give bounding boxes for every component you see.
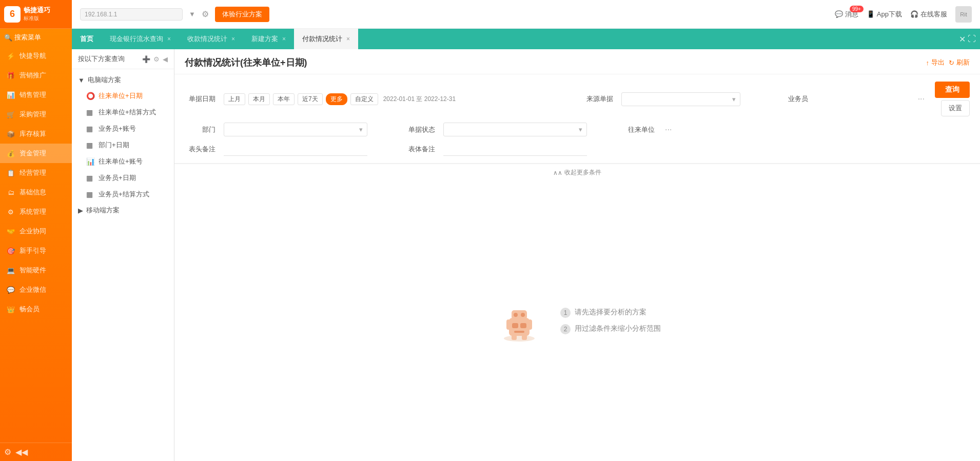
tab-cashflow-close[interactable]: × — [167, 35, 171, 43]
tab-home[interactable]: 首页 — [72, 29, 102, 49]
sidebar-item-label: 基础信息 — [19, 188, 46, 197]
sidebar-item-inventory[interactable]: 📦 库存核算 — [0, 124, 72, 144]
tip-text-2: 用过滤条件来缩小分析范围 — [575, 324, 661, 333]
date-btn-7days[interactable]: 近7天 — [298, 93, 323, 105]
tabbar: 首页 现金银行流水查询 × 收款情况统计 × 新建方案 × 付款情况统计 × ✕… — [72, 29, 980, 49]
sidebar-item-finance[interactable]: 💰 资金管理 — [0, 144, 72, 163]
message-action[interactable]: 💬 消息 99+ — [835, 10, 858, 19]
refresh-icon: ↻ — [949, 59, 954, 67]
tab-new-scheme[interactable]: 新建方案 × — [243, 29, 294, 49]
address-bar[interactable]: 192.168.1.1 — [80, 8, 183, 21]
search-icon: 🔍 — [4, 34, 12, 42]
app-download-action[interactable]: 📱 App下载 — [867, 10, 902, 19]
sidebar-item-quick-nav[interactable]: ⚡ 快捷导航 — [0, 46, 72, 66]
header-remark-input[interactable] — [224, 143, 367, 156]
scheme-icon: ▦ — [86, 108, 94, 116]
sidebar-item-label: 智能硬件 — [19, 266, 46, 275]
service-action[interactable]: 🎧 在线客服 — [910, 10, 947, 19]
sidebar-item-sales[interactable]: 📊 销售管理 — [0, 85, 72, 105]
sidebar-item-wechat[interactable]: 💬 企业微信 — [0, 280, 72, 299]
filter-row-1: 单据日期 上月 本月 本年 近7天 更多 自定义 2022-01-01 至 20… — [185, 82, 970, 116]
tree-item-staff-date[interactable]: ▦ 业务员+日期 — [72, 170, 174, 186]
sales-icon: 📊 — [6, 91, 15, 99]
date-btn-last-month[interactable]: 上月 — [224, 93, 245, 105]
sidebar-item-label: 企业微信 — [19, 285, 46, 294]
sidebar-settings-btn[interactable]: ⚙ — [4, 447, 11, 457]
tab-payment-stats[interactable]: 收款情况统计 × — [179, 29, 243, 49]
tab-payment-close[interactable]: × — [231, 35, 235, 43]
sidebar-collapse-btn[interactable]: ◀◀ — [15, 447, 28, 457]
collapse-icon: ∧∧ — [553, 169, 562, 176]
tree-mobile-label: 移动端方案 — [86, 206, 120, 215]
tree-item-unit-settle[interactable]: ▦ 往来单位+结算方式 — [72, 104, 174, 121]
sidebar-item-hardware[interactable]: 💻 智能硬件 — [0, 260, 72, 280]
sidebar-item-guide[interactable]: 🎯 新手引导 — [0, 241, 72, 260]
sidebar-item-operations[interactable]: 📋 经营管理 — [0, 163, 72, 183]
quick-nav-icon: ⚡ — [6, 52, 15, 60]
collapse-bar[interactable]: ∧∧ 收起更多条件 — [174, 164, 980, 181]
filter-row-2: 部门 ▾ 单据状态 ▾ 往来单位 ··· — [185, 123, 970, 136]
date-btn-this-year[interactable]: 本年 — [273, 93, 295, 105]
sidebar-item-marketing[interactable]: 🎁 营销推广 — [0, 66, 72, 85]
source-select[interactable]: ▾ — [621, 92, 741, 106]
staff-ellipsis-btn[interactable]: ··· — [916, 94, 927, 104]
address-chevron-icon[interactable]: ▼ — [189, 10, 195, 18]
svg-point-0 — [504, 335, 535, 342]
sidebar-search[interactable]: 🔍 搜索菜单 — [0, 29, 72, 46]
sidebar-item-system[interactable]: ⚙ 系统管理 — [0, 202, 72, 222]
tree-item-unit-account[interactable]: 📊 往来单位+账号 — [72, 153, 174, 170]
system-icon: ⚙ — [6, 208, 15, 216]
sidebar: 6 畅捷通巧 标准版 🔍 搜索菜单 ⚡ 快捷导航 🎁 营销推广 📊 销售管理 🛒… — [0, 0, 72, 461]
service-icon: 🎧 — [910, 10, 918, 18]
empty-tips: 1 请先选择要分析的方案 2 用过滤条件来缩小分析范围 — [560, 308, 661, 334]
scheme-icon: ▦ — [86, 174, 94, 182]
tab-maximize-btn[interactable]: ⛶ — [968, 34, 976, 44]
scheme-collapse-icon[interactable]: ◀ — [163, 55, 168, 63]
tree-item-unit-date[interactable]: ⭕ 往来单位+日期 — [72, 88, 174, 104]
operations-icon: 📋 — [6, 169, 15, 177]
sidebar-item-collab[interactable]: 🤝 企业协同 — [0, 222, 72, 241]
scheme-add-icon[interactable]: ➕ — [142, 55, 150, 63]
body-remark-input[interactable] — [443, 143, 587, 156]
settings-button[interactable]: 设置 — [941, 100, 970, 116]
dept-select[interactable]: ▾ — [224, 123, 367, 136]
service-label: 在线客服 — [920, 10, 947, 19]
sidebar-item-member[interactable]: 👑 畅会员 — [0, 299, 72, 319]
tab-cashflow[interactable]: 现金银行流水查询 × — [102, 29, 179, 49]
sidebar-item-purchase[interactable]: 🛒 采购管理 — [0, 105, 72, 124]
tree-group-mobile: ▶ 移动端方案 — [72, 203, 174, 218]
tree-mobile-header[interactable]: ▶ 移动端方案 — [72, 203, 174, 218]
export-button[interactable]: ↑ 导出 — [926, 58, 945, 67]
tab-close-all-btn[interactable]: ✕ — [959, 34, 966, 44]
date-btn-more[interactable]: 更多 — [326, 93, 347, 105]
date-btn-custom[interactable]: 自定义 — [350, 93, 378, 105]
tab-expense-close[interactable]: × — [346, 35, 350, 43]
tree-item-staff-account[interactable]: ▦ 业务员+账号 — [72, 121, 174, 137]
related-unit-label: 往来单位 — [624, 125, 655, 134]
tree-item-staff-settle[interactable]: ▦ 业务员+结算方式 — [72, 186, 174, 203]
header-remark-label: 表头备注 — [185, 145, 215, 154]
content-area: 按以下方案查询 ➕ ⚙ ◀ ▼ 电脑端方案 ⭕ 往来单位+日期 — [72, 49, 980, 461]
collab-icon: 🤝 — [6, 228, 15, 235]
query-button[interactable]: 查询 — [935, 82, 970, 98]
date-btn-this-month[interactable]: 本月 — [248, 93, 270, 105]
tab-expense-stats[interactable]: 付款情况统计 × — [294, 29, 358, 49]
sidebar-item-basic-info[interactable]: 🗂 基础信息 — [0, 183, 72, 202]
trial-button[interactable]: 体验行业方案 — [215, 7, 269, 22]
scheme-gear-icon[interactable]: ⚙ — [153, 55, 160, 63]
refresh-button[interactable]: ↻ 刷新 — [949, 58, 970, 67]
tree-pc-header[interactable]: ▼ 电脑端方案 — [72, 72, 174, 88]
topbar-gear-icon[interactable]: ⚙ — [202, 9, 209, 19]
tree-item-label: 往来单位+日期 — [99, 91, 143, 101]
user-avatar[interactable]: Rit — [955, 6, 972, 23]
tab-new-scheme-close[interactable]: × — [282, 35, 286, 43]
svg-rect-11 — [512, 335, 517, 340]
svg-rect-4 — [514, 331, 524, 333]
basic-info-icon: 🗂 — [6, 189, 15, 196]
header-actions: ↑ 导出 ↻ 刷新 — [926, 58, 970, 67]
main: 192.168.1.1 ▼ ⚙ 体验行业方案 💬 消息 99+ 📱 App下载 … — [72, 0, 980, 461]
related-unit-ellipsis-btn[interactable]: ··· — [663, 125, 674, 134]
scheme-title: 按以下方案查询 — [78, 54, 125, 64]
doc-status-select[interactable]: ▾ — [443, 123, 587, 136]
tree-item-dept-date[interactable]: ▦ 部门+日期 — [72, 137, 174, 153]
